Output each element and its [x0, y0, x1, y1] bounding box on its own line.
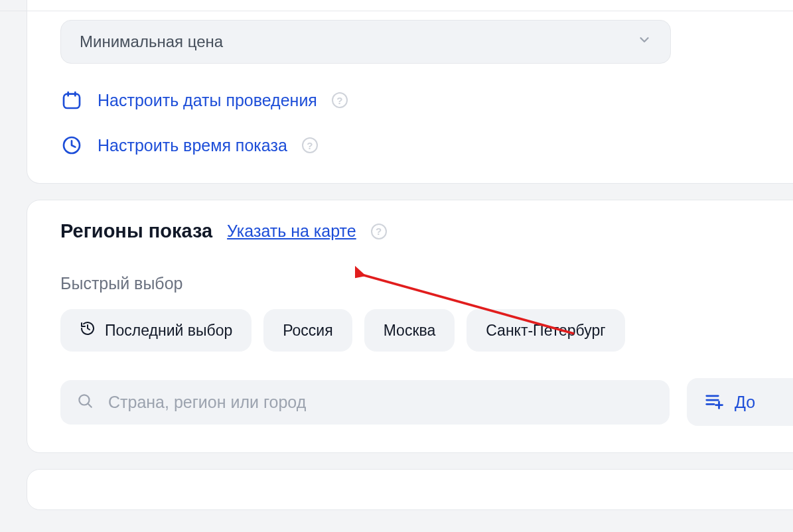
region-search-input[interactable]	[107, 392, 654, 413]
configure-time-row: Настроить время показа ?	[60, 134, 789, 157]
chip-label: Россия	[283, 322, 332, 340]
add-button-label: До	[735, 393, 755, 412]
quick-select-chips: Последний выбор Россия Москва Санкт-Пете…	[60, 309, 789, 352]
map-link[interactable]: Указать на карте	[227, 222, 356, 241]
configure-dates-link[interactable]: Настроить даты проведения	[98, 91, 317, 110]
chip-label: Москва	[384, 322, 436, 340]
regions-header: Регионы показа Указать на карте ?	[60, 220, 789, 242]
chip-moscow[interactable]: Москва	[364, 309, 455, 352]
region-search-row: До	[60, 378, 793, 426]
help-icon[interactable]: ?	[302, 137, 318, 153]
chip-label: Санкт-Петербург	[486, 322, 605, 340]
svg-point-4	[79, 395, 89, 405]
regions-card: Регионы показа Указать на карте ? Быстры…	[27, 200, 793, 453]
clock-icon	[60, 134, 83, 157]
region-search[interactable]	[60, 380, 670, 425]
help-icon[interactable]: ?	[371, 224, 387, 239]
add-button[interactable]: До	[687, 378, 793, 426]
svg-line-5	[88, 404, 92, 407]
chip-last-choice[interactable]: Последний выбор	[60, 309, 252, 352]
chevron-down-icon	[637, 33, 652, 51]
min-price-select[interactable]: Минимальная цена	[60, 20, 671, 64]
chip-label: Последний выбор	[105, 322, 232, 340]
chip-spb[interactable]: Санкт-Петербург	[467, 309, 624, 352]
quick-select-label: Быстрый выбор	[60, 274, 789, 293]
search-icon	[76, 392, 95, 412]
help-icon[interactable]: ?	[332, 92, 348, 108]
bid-settings-card: Минимальная цена Настроить даты проведен…	[27, 0, 793, 184]
calendar-icon	[60, 89, 83, 111]
history-icon	[80, 320, 96, 340]
list-add-icon	[704, 390, 724, 414]
divider	[0, 11, 793, 11]
regions-title: Регионы показа	[60, 220, 212, 242]
configure-time-link[interactable]: Настроить время показа	[98, 136, 287, 155]
min-price-label: Минимальная цена	[80, 33, 223, 51]
chip-russia[interactable]: Россия	[263, 309, 352, 352]
next-card	[27, 469, 793, 510]
configure-dates-row: Настроить даты проведения ?	[60, 89, 789, 111]
svg-rect-0	[64, 94, 80, 108]
